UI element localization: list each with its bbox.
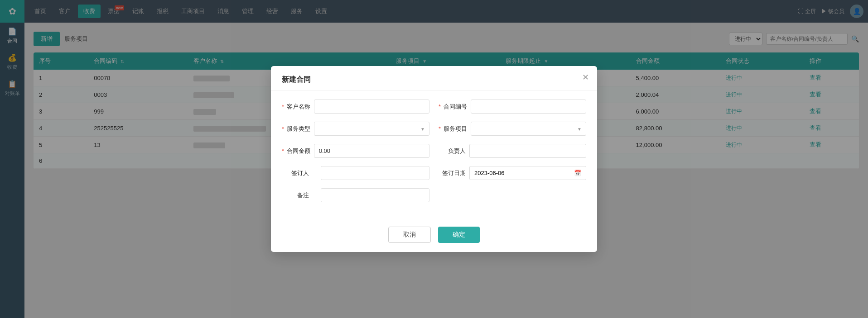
remark-input[interactable] xyxy=(321,188,429,202)
required-star-4: * xyxy=(439,125,441,132)
service-item-select-wrap: ▼ xyxy=(471,122,586,136)
person-in-charge-label: 负责人 xyxy=(439,147,466,155)
form-group-sign-date: 签订日期 📅 xyxy=(439,166,586,180)
form-row-5: 备注 xyxy=(282,188,586,202)
main-area: 首页 客户 收费 票据 new 记账 报税 工商项目 消息 管理 经营 服务 设… xyxy=(24,0,868,318)
service-type-select[interactable] xyxy=(314,122,429,136)
amount-label: * 合同金额 xyxy=(282,147,310,155)
modal-new-contract: 新建合同 ✕ * 客户名称 xyxy=(271,66,597,252)
form-group-remark: 备注 xyxy=(282,188,429,202)
amount-input[interactable] xyxy=(314,144,429,158)
required-star: * xyxy=(282,103,284,110)
required-star-5: * xyxy=(282,147,284,154)
modal-overlay: 新建合同 ✕ * 客户名称 xyxy=(24,23,868,318)
service-item-label: * 服务项目 xyxy=(439,125,467,133)
form-group-customer-name: * 客户名称 xyxy=(282,100,429,114)
signatory-input[interactable] xyxy=(321,166,429,180)
sign-date-input-wrap: 📅 xyxy=(469,166,586,180)
customer-name-label: * 客户名称 xyxy=(282,103,310,111)
sign-date-label: 签订日期 xyxy=(439,169,466,177)
cancel-button[interactable]: 取消 xyxy=(388,227,431,243)
required-star-3: * xyxy=(282,125,284,132)
content-area: 新增 服务项目 进行中 已完成 已终止 全部 🔍 序号 合同编码 ⇅ xyxy=(24,23,868,318)
sign-date-input[interactable] xyxy=(474,166,571,180)
service-item-select[interactable] xyxy=(471,122,586,136)
form-row-3: * 合同金额 负责人 xyxy=(282,144,586,158)
customer-name-input[interactable] xyxy=(314,100,429,114)
form-group-empty xyxy=(439,188,586,202)
form-row-2: * 服务类型 ▼ * xyxy=(282,122,586,136)
form-group-contract-no: * 合同编号 xyxy=(439,100,586,114)
signatory-label: 签订人 xyxy=(282,169,309,177)
remark-label: 备注 xyxy=(282,191,309,199)
service-type-select-wrap: ▼ xyxy=(314,122,429,136)
person-in-charge-input[interactable] xyxy=(469,144,586,158)
service-type-label: * 服务类型 xyxy=(282,125,310,133)
modal-footer: 取消 确定 xyxy=(271,219,597,252)
form-row-1: * 客户名称 * 合同编号 xyxy=(282,100,586,114)
form-group-service-item: * 服务项目 ▼ xyxy=(439,122,586,136)
form-group-signatory: 签订人 xyxy=(282,166,429,180)
modal-body: * 客户名称 * 合同编号 xyxy=(271,90,597,219)
form-row-4: 签订人 签订日期 📅 xyxy=(282,166,586,180)
contract-no-input[interactable] xyxy=(471,100,586,114)
calendar-icon[interactable]: 📅 xyxy=(574,170,581,176)
modal-close-button[interactable]: ✕ xyxy=(582,73,589,81)
form-group-service-type: * 服务类型 ▼ xyxy=(282,122,429,136)
modal-title: 新建合同 xyxy=(271,66,597,90)
required-star-2: * xyxy=(439,103,441,110)
contract-no-label: * 合同编号 xyxy=(439,103,467,111)
form-group-person-in-charge: 负责人 xyxy=(439,144,586,158)
form-group-amount: * 合同金额 xyxy=(282,144,429,158)
confirm-button[interactable]: 确定 xyxy=(438,227,480,243)
